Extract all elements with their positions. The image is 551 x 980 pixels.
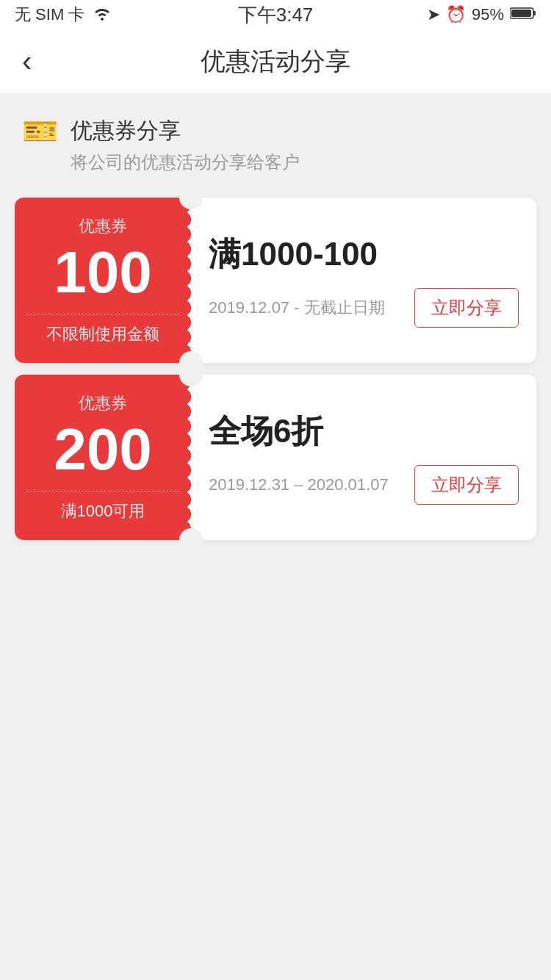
status-left: 无 SIM 卡 (15, 4, 112, 26)
coupon-notch-top-2 (179, 363, 203, 386)
coupon-notch-top-1 (179, 186, 203, 209)
svg-rect-2 (511, 10, 531, 17)
coupon-divider-2 (26, 491, 179, 491)
coupon-type-1: 优惠券 (79, 215, 127, 237)
alarm-icon: ⏰ (446, 5, 466, 24)
section-text: 优惠券分享 将公司的优惠活动分享给客户 (71, 116, 300, 174)
nav-bar: ‹ 优惠活动分享 (0, 29, 551, 94)
coupon-name-2: 全场6折 (209, 410, 519, 453)
status-time: 下午3:47 (238, 2, 314, 28)
coupon-meta-2: 2019.12.31 – 2020.01.07 立即分享 (209, 465, 519, 505)
coupon-right-2: 全场6折 2019.12.31 – 2020.01.07 立即分享 (191, 375, 536, 540)
battery-percentage: 95% (472, 5, 504, 24)
location-icon: ➤ (427, 5, 440, 24)
status-bar: 无 SIM 卡 下午3:47 ➤ ⏰ 95% (0, 0, 551, 29)
section-icon: 🎫 (22, 116, 59, 145)
section-title: 优惠券分享 (71, 116, 300, 146)
coupon-value-1: 100 (54, 243, 151, 302)
back-icon: ‹ (22, 45, 32, 78)
battery-icon (510, 5, 536, 24)
coupon-card-2: 优惠券 200 满1000可用 全场6折 2019.12.31 – 2020.0… (15, 375, 536, 540)
page-title: 优惠活动分享 (201, 45, 350, 79)
back-button[interactable]: ‹ (22, 45, 32, 78)
carrier-text: 无 SIM 卡 (15, 4, 84, 26)
coupon-condition-1: 不限制使用金额 (46, 323, 159, 345)
coupon-right-1: 满1000-100 2019.12.07 - 无截止日期 立即分享 (191, 198, 536, 363)
svg-rect-1 (533, 11, 536, 15)
coupon-meta-1: 2019.12.07 - 无截止日期 立即分享 (209, 288, 519, 328)
coupon-condition-2: 满1000可用 (61, 500, 145, 522)
coupon-date-2: 2019.12.31 – 2020.01.07 (209, 475, 389, 494)
coupon-divider-1 (26, 314, 179, 314)
coupon-share-button-1[interactable]: 立即分享 (414, 288, 519, 328)
coupon-name-1: 满1000-100 (209, 233, 519, 276)
status-right: ➤ ⏰ 95% (427, 5, 536, 24)
section-header: 🎫 优惠券分享 将公司的优惠活动分享给客户 (0, 94, 551, 186)
coupon-left-2: 优惠券 200 满1000可用 (15, 375, 191, 540)
empty-area (0, 574, 551, 978)
coupon-date-1: 2019.12.07 - 无截止日期 (209, 297, 385, 319)
coupon-share-button-2[interactable]: 立即分享 (414, 465, 519, 505)
wifi-icon (92, 4, 112, 25)
coupon-type-2: 优惠券 (79, 392, 127, 414)
section-subtitle: 将公司的优惠活动分享给客户 (71, 151, 300, 174)
coupon-notch-bottom-2 (179, 528, 203, 552)
coupon-card-1: 优惠券 100 不限制使用金额 满1000-100 2019.12.07 - 无… (15, 198, 536, 363)
coupon-left-1: 优惠券 100 不限制使用金额 (15, 198, 191, 363)
coupon-list: 优惠券 100 不限制使用金额 满1000-100 2019.12.07 - 无… (0, 198, 551, 574)
coupon-value-2: 200 (54, 420, 151, 479)
